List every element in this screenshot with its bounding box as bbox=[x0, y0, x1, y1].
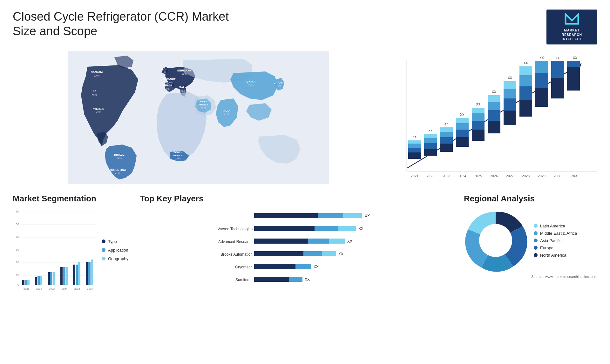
svg-text:xx%: xx% bbox=[165, 87, 170, 91]
svg-rect-149 bbox=[329, 239, 345, 244]
key-players-title: Top Key Players bbox=[140, 194, 458, 204]
svg-rect-80 bbox=[519, 100, 532, 117]
legend-north-america-dot bbox=[534, 253, 538, 257]
svg-text:SAUDI: SAUDI bbox=[200, 100, 207, 103]
svg-text:xx%: xx% bbox=[96, 111, 101, 114]
svg-text:XX: XX bbox=[347, 239, 352, 244]
svg-rect-161 bbox=[254, 277, 289, 282]
legend-middle-east-label: Middle East & Africa bbox=[540, 231, 577, 236]
svg-text:XX: XX bbox=[539, 56, 544, 60]
svg-rect-40 bbox=[408, 144, 421, 148]
svg-rect-122 bbox=[50, 272, 52, 285]
svg-rect-62 bbox=[472, 130, 485, 141]
svg-rect-45 bbox=[424, 143, 437, 149]
svg-rect-76 bbox=[504, 89, 516, 98]
svg-rect-39 bbox=[408, 148, 421, 152]
svg-rect-69 bbox=[488, 110, 500, 121]
svg-text:XX: XX bbox=[412, 135, 417, 139]
legend-latin-america-dot bbox=[534, 224, 538, 228]
legend-asia-pacific-dot bbox=[534, 239, 538, 242]
svg-text:2024: 2024 bbox=[458, 174, 466, 178]
svg-rect-87 bbox=[535, 73, 548, 88]
svg-text:XX: XX bbox=[305, 277, 310, 282]
growth-bar-chart: XX 2021 XX 2022 XX 2023 XX 2024 bbox=[391, 51, 597, 184]
map-svg: CANADA xx% U.S. xx% MEXICO xx% BRAZIL xx… bbox=[13, 51, 384, 184]
page-title: Closed Cycle Refrigerator (CCR) Market S… bbox=[13, 10, 251, 38]
legend-type: Type bbox=[102, 239, 128, 244]
svg-text:2023: 2023 bbox=[443, 174, 450, 178]
svg-rect-81 bbox=[519, 86, 532, 100]
legend-asia-pacific-label: Asia Pacific bbox=[540, 238, 561, 243]
regional-title: Regional Analysis bbox=[464, 194, 597, 204]
svg-rect-74 bbox=[504, 111, 516, 125]
legend-geography-label: Geography bbox=[108, 256, 128, 261]
svg-text:xx%: xx% bbox=[92, 93, 97, 96]
svg-rect-71 bbox=[488, 95, 500, 102]
svg-rect-38 bbox=[408, 152, 421, 159]
svg-text:2025: 2025 bbox=[74, 287, 80, 290]
svg-rect-154 bbox=[322, 251, 336, 256]
svg-rect-143 bbox=[315, 226, 338, 231]
map-section: CANADA xx% U.S. xx% MEXICO xx% BRAZIL xx… bbox=[13, 51, 384, 184]
svg-text:60: 60 bbox=[16, 210, 19, 213]
svg-text:CANADA: CANADA bbox=[91, 71, 103, 74]
svg-rect-95 bbox=[567, 67, 580, 91]
top-row: CANADA xx% U.S. xx% MEXICO xx% BRAZIL xx… bbox=[13, 51, 597, 184]
source-text: Source : www.marketresearchintellect.com bbox=[464, 275, 597, 279]
svg-rect-77 bbox=[504, 81, 516, 89]
svg-rect-115 bbox=[27, 280, 30, 285]
legend-europe-label: Europe bbox=[540, 246, 553, 250]
svg-text:Cryomech: Cryomech bbox=[235, 265, 253, 269]
legend-geography: Geography bbox=[102, 256, 128, 261]
header: Closed Cycle Refrigerator (CCR) Market S… bbox=[13, 10, 597, 44]
svg-text:XX: XX bbox=[444, 122, 449, 126]
svg-rect-125 bbox=[60, 267, 63, 285]
legend-middle-east-dot bbox=[534, 231, 538, 235]
legend-europe-dot bbox=[534, 246, 538, 250]
svg-text:2030: 2030 bbox=[554, 174, 561, 178]
svg-text:2021: 2021 bbox=[24, 287, 29, 290]
regional-legend: Latin America Middle East & Africa Asia … bbox=[534, 224, 577, 258]
svg-text:50: 50 bbox=[16, 223, 19, 226]
svg-text:xx%: xx% bbox=[276, 84, 281, 88]
svg-text:xx%: xx% bbox=[200, 106, 206, 109]
legend-application-label: Application bbox=[108, 248, 128, 253]
svg-rect-75 bbox=[504, 98, 516, 111]
svg-text:10: 10 bbox=[16, 273, 19, 277]
segmentation-legend: Type Application Geography bbox=[102, 209, 128, 291]
svg-rect-44 bbox=[424, 149, 437, 156]
svg-text:2029: 2029 bbox=[538, 174, 546, 178]
svg-text:SPAIN: SPAIN bbox=[163, 84, 172, 87]
svg-text:xx%: xx% bbox=[180, 89, 185, 92]
segmentation-title: Market Segmentation bbox=[13, 194, 133, 204]
svg-rect-142 bbox=[254, 226, 315, 231]
legend-north-america-label: North America bbox=[540, 253, 566, 258]
svg-text:2022: 2022 bbox=[36, 287, 42, 290]
svg-text:xx%: xx% bbox=[116, 157, 122, 160]
legend-asia-pacific: Asia Pacific bbox=[534, 238, 577, 243]
svg-text:2021: 2021 bbox=[411, 174, 418, 178]
svg-rect-96 bbox=[567, 61, 580, 67]
svg-rect-123 bbox=[53, 272, 55, 285]
svg-text:XX: XX bbox=[314, 265, 319, 269]
svg-rect-131 bbox=[78, 262, 80, 285]
svg-text:Vacree Technologies: Vacree Technologies bbox=[218, 227, 253, 231]
legend-latin-america-label: Latin America bbox=[540, 224, 565, 228]
svg-text:XX: XX bbox=[492, 90, 496, 94]
legend-geography-dot bbox=[102, 257, 105, 260]
svg-rect-63 bbox=[472, 121, 485, 130]
logo-text: MARKET RESEARCH INTELLECT bbox=[562, 28, 582, 42]
svg-rect-148 bbox=[308, 239, 329, 244]
legend-application-dot bbox=[102, 248, 105, 252]
svg-text:ARGENTINA: ARGENTINA bbox=[109, 168, 126, 172]
svg-text:xx%: xx% bbox=[224, 113, 229, 116]
svg-rect-58 bbox=[456, 123, 469, 130]
svg-text:Sumitomo: Sumitomo bbox=[235, 278, 253, 282]
svg-rect-64 bbox=[472, 113, 485, 121]
world-map: CANADA xx% U.S. xx% MEXICO xx% BRAZIL xx… bbox=[13, 51, 384, 184]
svg-text:SOUTH: SOUTH bbox=[173, 151, 182, 154]
svg-rect-117 bbox=[35, 277, 37, 285]
svg-text:XX: XX bbox=[524, 61, 528, 65]
legend-north-america: North America bbox=[534, 253, 577, 258]
svg-text:MEXICO: MEXICO bbox=[93, 107, 104, 110]
